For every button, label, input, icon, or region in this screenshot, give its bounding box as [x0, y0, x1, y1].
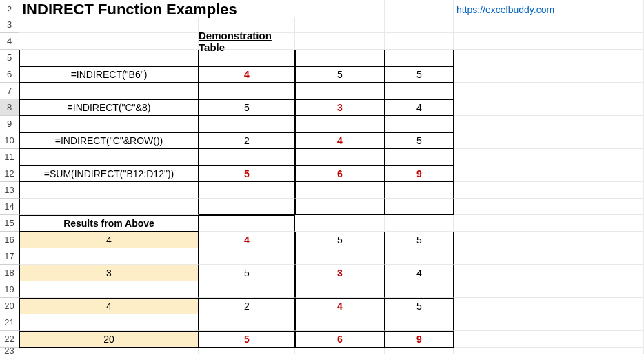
- empty-cell[interactable]: [199, 215, 295, 232]
- result-cell[interactable]: 20: [19, 331, 199, 348]
- empty-cell[interactable]: [385, 215, 454, 232]
- row-number[interactable]: 4: [0, 33, 19, 50]
- row-number[interactable]: 11: [0, 149, 19, 165]
- empty-cell[interactable]: [454, 66, 644, 83]
- empty-cell[interactable]: [19, 33, 199, 50]
- empty-cell[interactable]: [295, 116, 385, 132]
- empty-cell[interactable]: [385, 314, 454, 331]
- empty-cell[interactable]: [385, 182, 454, 199]
- empty-cell[interactable]: [454, 33, 644, 50]
- row-number[interactable]: 15: [0, 215, 19, 232]
- empty-cell[interactable]: [454, 248, 644, 265]
- row-number[interactable]: 18: [0, 265, 19, 281]
- value-cell[interactable]: 3: [295, 99, 385, 116]
- value-cell[interactable]: 3: [295, 265, 385, 281]
- empty-cell[interactable]: [454, 17, 644, 33]
- row-number[interactable]: 13: [0, 182, 19, 199]
- value-cell[interactable]: 5: [199, 165, 295, 182]
- empty-cell[interactable]: [19, 248, 199, 265]
- empty-cell[interactable]: [454, 331, 644, 348]
- empty-cell[interactable]: [199, 281, 295, 298]
- spreadsheet-grid[interactable]: 2 INDIRECT Function Examples https://exc…: [0, 0, 644, 362]
- row-number[interactable]: 9: [0, 116, 19, 132]
- empty-cell[interactable]: [295, 182, 385, 199]
- row-number[interactable]: 3: [0, 17, 19, 33]
- external-link[interactable]: https://excelbuddy.com: [456, 4, 554, 15]
- empty-cell[interactable]: [199, 50, 295, 66]
- empty-cell[interactable]: [454, 99, 644, 116]
- empty-cell[interactable]: [295, 149, 385, 165]
- value-cell[interactable]: 9: [385, 165, 454, 182]
- row-number[interactable]: 8: [0, 99, 19, 116]
- empty-cell[interactable]: [19, 348, 199, 354]
- formula-cell[interactable]: =SUM(INDIRECT("B12:D12")): [19, 165, 199, 182]
- empty-cell[interactable]: [19, 116, 199, 132]
- value-cell[interactable]: 2: [199, 298, 295, 314]
- empty-cell[interactable]: [19, 83, 199, 99]
- value-cell[interactable]: 5: [295, 232, 385, 248]
- empty-cell[interactable]: [295, 248, 385, 265]
- empty-cell[interactable]: [19, 17, 199, 33]
- value-cell[interactable]: 5: [199, 331, 295, 348]
- row-number[interactable]: 21: [0, 314, 19, 331]
- value-cell[interactable]: 9: [385, 331, 454, 348]
- value-cell[interactable]: 6: [295, 331, 385, 348]
- empty-cell[interactable]: [19, 314, 199, 331]
- formula-cell[interactable]: =INDIRECT("C"&ROW()): [19, 132, 199, 149]
- empty-cell[interactable]: [454, 298, 644, 314]
- formula-cell[interactable]: =INDIRECT("C"&8): [19, 99, 199, 116]
- empty-cell[interactable]: [295, 33, 385, 50]
- empty-cell[interactable]: [454, 215, 644, 232]
- value-cell[interactable]: 5: [385, 132, 454, 149]
- empty-cell[interactable]: [199, 83, 295, 99]
- empty-cell[interactable]: [454, 149, 644, 165]
- value-cell[interactable]: 4: [199, 232, 295, 248]
- empty-cell[interactable]: [199, 314, 295, 331]
- empty-cell[interactable]: [385, 33, 454, 50]
- row-number[interactable]: 19: [0, 281, 19, 298]
- empty-cell[interactable]: [454, 314, 644, 331]
- empty-cell[interactable]: [454, 165, 644, 182]
- empty-cell[interactable]: [385, 116, 454, 132]
- empty-cell[interactable]: [199, 248, 295, 265]
- result-cell[interactable]: 4: [19, 298, 199, 314]
- value-cell[interactable]: 5: [199, 265, 295, 281]
- empty-cell[interactable]: [454, 199, 644, 215]
- empty-cell[interactable]: [385, 50, 454, 66]
- empty-cell[interactable]: [295, 17, 385, 33]
- empty-cell[interactable]: [199, 199, 295, 215]
- empty-cell[interactable]: [454, 116, 644, 132]
- value-cell[interactable]: 5: [199, 99, 295, 116]
- value-cell[interactable]: 5: [385, 66, 454, 83]
- empty-cell[interactable]: [454, 265, 644, 281]
- empty-cell[interactable]: [454, 182, 644, 199]
- row-number[interactable]: 6: [0, 66, 19, 83]
- empty-cell[interactable]: [199, 149, 295, 165]
- row-number[interactable]: 17: [0, 248, 19, 265]
- empty-cell[interactable]: [454, 348, 644, 354]
- empty-cell[interactable]: [199, 182, 295, 199]
- empty-cell[interactable]: [199, 348, 295, 354]
- empty-cell[interactable]: [295, 199, 385, 215]
- empty-cell[interactable]: [19, 182, 199, 199]
- row-number[interactable]: 14: [0, 199, 19, 215]
- empty-cell[interactable]: [385, 83, 454, 99]
- empty-cell[interactable]: [19, 50, 199, 66]
- empty-cell[interactable]: [199, 116, 295, 132]
- empty-cell[interactable]: [385, 248, 454, 265]
- empty-cell[interactable]: [454, 232, 644, 248]
- empty-cell[interactable]: [295, 50, 385, 66]
- empty-cell[interactable]: [385, 199, 454, 215]
- value-cell[interactable]: 4: [295, 298, 385, 314]
- empty-cell[interactable]: [385, 281, 454, 298]
- value-cell[interactable]: 5: [385, 298, 454, 314]
- empty-cell[interactable]: [295, 314, 385, 331]
- row-number[interactable]: 7: [0, 83, 19, 99]
- empty-cell[interactable]: [454, 281, 644, 298]
- value-cell[interactable]: 4: [385, 265, 454, 281]
- empty-cell[interactable]: [385, 348, 454, 354]
- row-number[interactable]: 20: [0, 298, 19, 314]
- empty-cell[interactable]: [385, 17, 454, 33]
- value-cell[interactable]: 4: [295, 132, 385, 149]
- value-cell[interactable]: 4: [199, 66, 295, 83]
